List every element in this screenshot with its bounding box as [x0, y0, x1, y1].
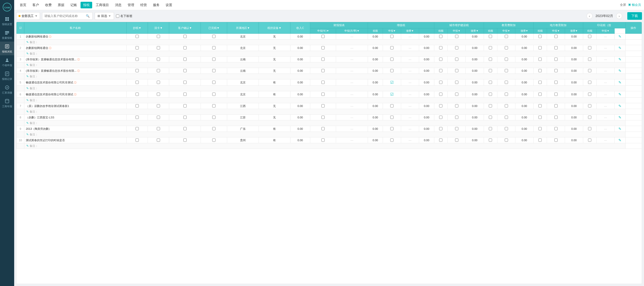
qingka-cb[interactable] — [157, 35, 160, 38]
action-cell[interactable]: ✎ — [615, 103, 625, 109]
city-sb-cb[interactable] — [439, 69, 442, 72]
chaoshui-cell[interactable] — [126, 137, 148, 143]
local-edu-jf-cb[interactable] — [554, 116, 558, 119]
khqr-cell[interactable] — [169, 91, 201, 98]
sb-year-cell[interactable] — [310, 137, 336, 143]
edu-sb-cell[interactable] — [484, 57, 497, 62]
city-jf-cell[interactable] — [447, 57, 465, 62]
city-jf-cb[interactable] — [455, 35, 458, 38]
stamp-sb-cb[interactable] — [588, 93, 591, 96]
local-edu-sb-cell[interactable] — [533, 68, 547, 74]
city-jf-cb[interactable] — [455, 104, 458, 108]
sb-year-cell[interactable] — [310, 79, 336, 86]
edu-jf-cell[interactable] — [497, 34, 515, 40]
sb-year-cb[interactable] — [321, 127, 325, 130]
chaoshui-cell[interactable] — [126, 45, 148, 51]
city-sb-cell[interactable] — [434, 115, 447, 120]
vat-sb-cell[interactable] — [383, 126, 401, 132]
edu-jf-cell[interactable] — [497, 115, 515, 120]
stamp-sb-cb[interactable] — [588, 35, 591, 38]
edu-jf-cb[interactable] — [505, 116, 508, 119]
edit-icon[interactable]: ✎ — [618, 69, 621, 73]
local-edu-sb-cell[interactable] — [533, 126, 547, 132]
stamp-sb-cell[interactable] — [583, 68, 596, 74]
edit-icon[interactable]: ✎ — [618, 80, 621, 84]
action-cell[interactable]: ✎ — [615, 91, 625, 98]
stamp-sb-cell[interactable] — [583, 137, 596, 143]
city-jf-cell[interactable] — [447, 103, 465, 109]
vat-sb-cb[interactable] — [390, 35, 394, 38]
action-cell[interactable]: ✎ — [615, 126, 625, 132]
edu-jf-cb[interactable] — [505, 81, 508, 84]
city-sb-cb[interactable] — [439, 46, 442, 49]
vat-sb-cb[interactable] — [390, 138, 394, 142]
city-sb-cell[interactable] — [434, 91, 447, 98]
local-edu-jf-cell[interactable] — [547, 126, 565, 132]
city-sb-cell[interactable] — [434, 79, 447, 86]
chaoshui-cell[interactable] — [126, 103, 148, 109]
stamp-sb-cb[interactable] — [588, 138, 591, 142]
khqr-cb[interactable] — [183, 81, 187, 84]
city-sb-cell[interactable] — [434, 34, 447, 40]
nav-bookkeeping[interactable]: 记账 — [68, 2, 80, 8]
edu-sb-cb[interactable] — [489, 69, 492, 72]
city-jf-cell[interactable] — [447, 34, 465, 40]
sb-year-cell[interactable] — [310, 45, 336, 51]
stamp-sb-cell[interactable] — [583, 103, 596, 109]
sb-year-cb[interactable] — [321, 104, 325, 108]
qingka-cb[interactable] — [157, 46, 160, 49]
chaoshui-cell[interactable] — [126, 57, 148, 62]
nav-fee[interactable]: 收费 — [43, 2, 54, 8]
local-edu-sb-cb[interactable] — [538, 69, 542, 72]
local-edu-jf-cb[interactable] — [554, 138, 558, 142]
local-edu-sb-cb[interactable] — [538, 138, 542, 142]
sb-year-cell[interactable] — [310, 103, 336, 109]
stamp-sb-cell[interactable] — [583, 79, 596, 86]
city-jf-cb[interactable] — [455, 127, 458, 130]
local-edu-jf-cb[interactable] — [554, 127, 558, 130]
name-tag-checkbox[interactable] — [116, 14, 119, 18]
chaoshui-cell[interactable] — [126, 34, 148, 40]
ywanshui-cell[interactable] — [201, 34, 227, 40]
chaoshui-cell[interactable] — [126, 91, 148, 98]
local-edu-sb-cb[interactable] — [538, 58, 542, 61]
edu-sb-cell[interactable] — [484, 115, 497, 120]
city-jf-cb[interactable] — [455, 69, 458, 72]
edu-sb-cell[interactable] — [484, 45, 497, 51]
edu-jf-cb[interactable] — [505, 127, 508, 130]
local-edu-jf-cb[interactable] — [554, 35, 558, 38]
vat-sb-cb[interactable] — [390, 69, 394, 72]
local-edu-sb-cb[interactable] — [538, 127, 542, 130]
city-jf-cell[interactable] — [447, 45, 465, 51]
city-jf-cb[interactable] — [455, 138, 458, 142]
edu-jf-cb[interactable] — [505, 46, 508, 49]
qingka-cell[interactable] — [148, 34, 169, 40]
qingka-cell[interactable] — [148, 126, 169, 132]
city-jf-cell[interactable] — [447, 126, 465, 132]
qingka-cell[interactable] — [148, 57, 169, 62]
chaoshui-cb[interactable] — [135, 35, 139, 38]
local-edu-jf-cb[interactable] — [554, 58, 558, 61]
action-cell[interactable]: ✎ — [615, 79, 625, 86]
vat-sb-cb[interactable] — [390, 104, 394, 108]
edu-jf-cell[interactable] — [497, 68, 515, 74]
stamp-sb-cb[interactable] — [588, 116, 591, 119]
download-button[interactable]: 下载 — [627, 12, 642, 20]
sb-year-cell[interactable] — [310, 34, 336, 40]
prev-month-button[interactable]: ‹ — [587, 13, 593, 19]
nav-home[interactable]: 首页 — [17, 2, 29, 8]
city-jf-cb[interactable] — [455, 81, 458, 84]
local-edu-jf-cb[interactable] — [554, 46, 558, 49]
sb-year-cell[interactable] — [310, 57, 336, 62]
edit-icon[interactable]: ✎ — [618, 46, 621, 50]
stamp-sb-cell[interactable] — [583, 126, 596, 132]
sb-year-cb[interactable] — [321, 93, 325, 96]
khqr-cell[interactable] — [169, 126, 201, 132]
stamp-sb-cell[interactable] — [583, 57, 596, 62]
stamp-sb-cb[interactable] — [588, 69, 591, 72]
khqr-cell[interactable] — [169, 45, 201, 51]
ywanshui-cb[interactable] — [212, 104, 216, 108]
local-edu-jf-cell[interactable] — [547, 79, 565, 86]
chaoshui-cell[interactable] — [126, 115, 148, 120]
sb-year-cb[interactable] — [321, 81, 325, 84]
